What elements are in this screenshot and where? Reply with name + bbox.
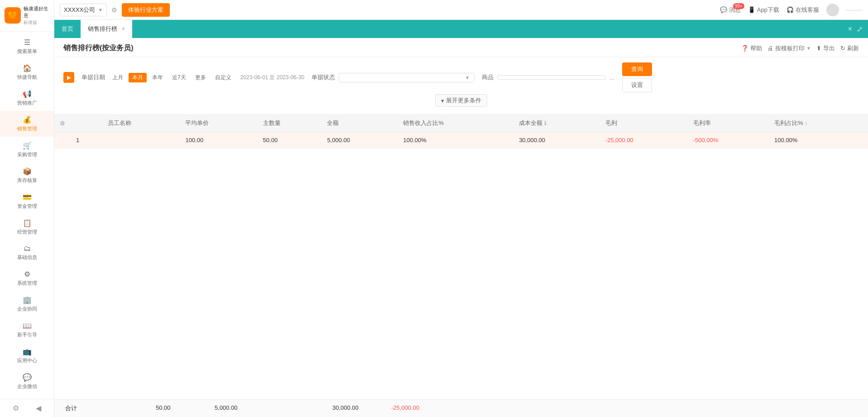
footer-label-cell: 合计 — [60, 404, 150, 412]
sidebar-label-marketing: 营销推广 — [17, 100, 37, 106]
sidebar-label-wechat: 企业微信 — [17, 383, 37, 390]
footer-amount: 5,000.00 — [209, 404, 268, 412]
cell-main-qty: 50.00 — [258, 132, 322, 149]
message-button[interactable]: 💬 消息 99+ — [720, 6, 741, 14]
sidebar-nav: ☰ 搜索菜单 🏠 快捷导航 📢 营销推广 💰 销售管理 🛒 采购管理 📦 库存核… — [0, 32, 54, 399]
sidebar-item-system[interactable]: ⚙ 系统管理 — [0, 265, 54, 291]
help-button[interactable]: ❓ 帮助 — [741, 44, 762, 53]
status-filter: 单据状态 ▼ — [312, 73, 475, 82]
cell-cost: 30,000.00 — [513, 132, 600, 149]
col-gross-rate: 毛利率 — [688, 115, 769, 132]
tab-maximize-icon[interactable]: ⤢ — [857, 25, 863, 34]
settings-bottom-icon[interactable]: ⚙ — [13, 404, 19, 412]
export-button[interactable]: ⬆ 导出 — [816, 44, 835, 53]
col-cost: 成本全额 ℹ — [513, 115, 600, 132]
tab-minimize-icon[interactable]: × — [848, 25, 852, 33]
sidebar-item-enterprise[interactable]: 🏢 企业协同 — [0, 291, 54, 317]
date-tab-more[interactable]: 更多 — [192, 73, 210, 82]
refresh-button[interactable]: ↻ 刷新 — [840, 44, 859, 53]
cell-rank: 1 — [71, 132, 102, 149]
sidebar-item-sales[interactable]: 💰 销售管理 — [0, 111, 54, 137]
tab-home[interactable]: 首页 — [54, 20, 81, 38]
col-sales-pct: 销售收入占比% — [398, 115, 513, 132]
goods-input[interactable] — [497, 75, 606, 80]
settings-icon[interactable]: ⚙ — [111, 6, 117, 14]
sidebar-item-purchase[interactable]: 🛒 采购管理 — [0, 137, 54, 163]
enterprise-icon: 🏢 — [23, 296, 32, 304]
gross-pct-icon: ↕ — [805, 120, 807, 126]
marketing-icon: 📢 — [23, 90, 32, 98]
expand-label: 展开更多条件 — [446, 96, 481, 105]
sidebar-label-operations: 经营管理 — [17, 229, 37, 235]
date-tab-this-year[interactable]: 本年 — [149, 73, 167, 82]
filter-toggle-arrow[interactable]: ▶ — [63, 72, 74, 83]
online-service-button[interactable]: 🎧 在线客服 — [786, 6, 819, 14]
sidebar-item-member[interactable]: V 畅会员 — [0, 394, 54, 399]
logo-area: 🧡 畅康通好生意 标准版 — [0, 0, 54, 32]
query-button[interactable]: 查询 — [622, 62, 652, 76]
footer-gross: -25,000.00 — [386, 404, 445, 412]
avatar[interactable] — [826, 4, 839, 16]
sidebar-label-inventory: 库存核算 — [17, 177, 37, 184]
collapse-icon[interactable]: ◀ — [36, 404, 41, 412]
col-main-qty: 主数量 — [258, 115, 322, 132]
tab-sales-ranking[interactable]: 销售排行榜 × — [81, 20, 132, 38]
date-range-display: 2023-06-01 至 2023-06-30 — [240, 74, 304, 81]
sidebar-item-wechat[interactable]: 💬 企业微信 — [0, 369, 54, 394]
finance-icon: 💳 — [23, 193, 32, 201]
expand-button[interactable]: ▾ 展开更多条件 — [435, 94, 487, 107]
date-tab-this-month[interactable]: 本月 — [129, 73, 147, 82]
status-label: 单据状态 — [312, 73, 335, 81]
search-order-icon: ☰ — [24, 38, 30, 47]
active-tab-label: 销售排行榜 — [88, 25, 117, 33]
app-download-button[interactable]: 📱 App下载 — [748, 6, 779, 14]
sidebar-item-marketing[interactable]: 📢 营销推广 — [0, 85, 54, 111]
goods-filter: 商品 ... — [482, 73, 615, 81]
date-tabs: 上月 本月 本年 近7天 更多 自定义 — [109, 73, 235, 82]
sidebar-label-finance: 资金管理 — [17, 203, 37, 210]
date-tab-custom[interactable]: 自定义 — [211, 73, 235, 82]
page-header: 销售排行榜(按业务员) ❓ 帮助 🖨 按模板打印 ▼ ⬆ 导出 ↻ 刷新 — [54, 38, 868, 57]
sidebar-item-search-order[interactable]: ☰ 搜索菜单 — [0, 34, 54, 59]
goods-more-icon[interactable]: ... — [609, 74, 615, 81]
footer-cost: 30,000.00 — [327, 404, 386, 412]
date-tab-7days[interactable]: 近7天 — [168, 73, 190, 82]
sidebar-item-guide[interactable]: 📖 新手引导 — [0, 317, 54, 343]
cell-amount: 5,000.00 — [321, 132, 398, 149]
online-service-label: 在线客服 — [796, 6, 819, 14]
date-filter: 单据日期 上月 本月 本年 近7天 更多 自定义 2023-06-01 至 20… — [82, 73, 304, 82]
col-avg-price: 平均单价 — [180, 115, 257, 132]
trial-button[interactable]: 体验行业方案 — [122, 3, 170, 17]
settings-button[interactable]: 设置 — [622, 78, 652, 92]
print-button[interactable]: 🖨 按模板打印 ▼ — [767, 44, 811, 53]
company-selector[interactable]: XXXXX公司 ▼ — [60, 4, 107, 16]
cell-avg-price: 100.00 — [180, 132, 257, 149]
tab-close-icon[interactable]: × — [122, 26, 125, 32]
sidebar-item-operations[interactable]: 📋 经营管理 — [0, 214, 54, 240]
table-body: 1 100.00 50.00 5,000.00 100.00% 30,000.0… — [54, 132, 868, 149]
page-title: 销售排行榜(按业务员) — [63, 43, 134, 53]
user-name: ——— — [846, 7, 863, 13]
sidebar-label-guide: 新手引导 — [17, 331, 37, 338]
col-settings[interactable]: ⚙ — [54, 115, 71, 132]
col-settings-icon: ⚙ — [60, 120, 65, 127]
cell-gross: -25,000.00 — [600, 132, 688, 149]
purchase-icon: 🛒 — [23, 141, 32, 150]
home-tab-label: 首页 — [62, 25, 73, 33]
sidebar-item-basic-info[interactable]: 🗂 基础信息 — [0, 240, 54, 265]
date-tab-last-month[interactable]: 上月 — [109, 73, 127, 82]
sidebar: 🧡 畅康通好生意 标准版 ☰ 搜索菜单 🏠 快捷导航 📢 营销推广 💰 销售管理… — [0, 0, 54, 417]
sidebar-label-basic: 基础信息 — [17, 254, 37, 261]
action-buttons: 查询 设置 — [622, 62, 652, 92]
sidebar-item-inventory[interactable]: 📦 库存核算 — [0, 163, 54, 188]
status-chevron-icon: ▼ — [465, 75, 470, 80]
sidebar-item-app-center[interactable]: 📺 应用中心 — [0, 343, 54, 369]
col-employee: 员工名称 — [102, 115, 180, 132]
status-select[interactable]: ▼ — [339, 73, 475, 82]
content-area: 销售排行榜(按业务员) ❓ 帮助 🖨 按模板打印 ▼ ⬆ 导出 ↻ 刷新 — [54, 38, 868, 417]
tab-bar-actions: × ⤢ — [848, 25, 868, 34]
sidebar-item-quick-nav[interactable]: 🏠 快捷导航 — [0, 59, 54, 85]
guide-icon: 📖 — [23, 321, 32, 330]
sidebar-item-finance[interactable]: 💳 资金管理 — [0, 188, 54, 214]
expand-row: ▾ 展开更多条件 — [63, 92, 859, 109]
